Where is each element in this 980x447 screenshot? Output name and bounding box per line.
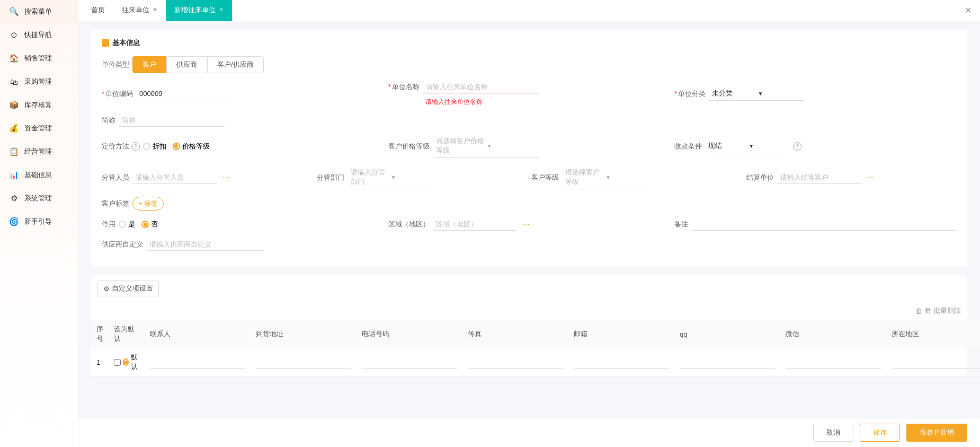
unit-type-label: 单位类型 xyxy=(102,60,129,69)
tag-add-button[interactable]: + 标签 xyxy=(132,197,164,211)
unit-type-btn-group: 客户 供应商 客户/供应商 xyxy=(132,56,264,73)
table-header-row: 序号 设为默认 联系人 到货地址 电话号码 传真 邮箱 qq 微信 所在地区 操… xyxy=(91,320,980,348)
guide-icon: 🌀 xyxy=(8,216,19,227)
level-radio-circle xyxy=(173,143,180,150)
disabled-no-radio[interactable]: 否 xyxy=(141,220,158,229)
default-radio[interactable]: 默认 xyxy=(123,353,139,372)
cell-region[interactable] xyxy=(886,348,980,376)
basic-info-section: 基本信息 单位类型 客户 供应商 客户/供应商 *单位编码 xyxy=(91,30,967,267)
disabled-label: 停用 xyxy=(102,220,115,229)
cell-wechat[interactable] xyxy=(780,348,886,376)
col-address: 到货地址 xyxy=(251,320,357,348)
unit-type-customer-btn[interactable]: 客户 xyxy=(132,56,166,73)
settlement-more-btn[interactable]: ··· xyxy=(865,173,876,182)
sidebar-item-basic-info[interactable]: 📊 基础信息 xyxy=(0,163,78,187)
unit-name-input[interactable] xyxy=(423,81,539,93)
disabled-yes-radio[interactable]: 是 xyxy=(119,220,135,229)
custom-setting-button[interactable]: ⚙ 自定义项设置 xyxy=(97,281,159,296)
footer-bar: 取消 保存 保存并新增 xyxy=(78,418,980,447)
tab-home[interactable]: 首页 xyxy=(83,0,113,21)
department-select[interactable]: 请输入分管部门 ▼ xyxy=(348,165,432,189)
unit-code-label: *单位编码 xyxy=(102,89,133,99)
disabled-group: 停用 是 否 xyxy=(102,220,384,229)
unit-type-both-btn[interactable]: 客户/供应商 xyxy=(207,56,264,73)
region-more-btn[interactable]: ··· xyxy=(521,220,532,229)
unit-name-error: 请输入往来单位名称 xyxy=(425,98,483,107)
sidebar-item-inventory[interactable]: 📦 库存核算 xyxy=(0,93,78,117)
tags-row: 客户标签 + 标签 xyxy=(102,197,957,211)
tab-new-partner-close[interactable]: ✕ xyxy=(219,6,224,13)
payment-terms-select[interactable]: 现结 ▼ xyxy=(705,139,790,153)
save-new-button[interactable]: 保存并新增 xyxy=(906,424,967,442)
contact-table: 序号 设为默认 联系人 到货地址 电话号码 传真 邮箱 qq 微信 所在地区 操… xyxy=(91,320,980,376)
batch-delete-label: 🗑 批量删除 xyxy=(924,306,961,315)
wechat-input[interactable] xyxy=(786,356,881,369)
pricing-help-icon[interactable]: ? xyxy=(131,142,140,151)
department-placeholder: 请输入分管部门 xyxy=(351,168,389,187)
row-checkbox[interactable] xyxy=(114,359,121,366)
discount-radio-circle xyxy=(143,143,150,150)
sidebar-item-quick-nav[interactable]: ⊙ 快捷导航 xyxy=(0,23,78,47)
short-name-input[interactable] xyxy=(119,114,225,127)
customer-price-select[interactable]: 请选择客户价格等级 ▼ xyxy=(433,134,539,158)
pricing-radio-discount[interactable]: 折扣 xyxy=(143,142,166,151)
address-input[interactable] xyxy=(256,356,351,369)
sidebar-item-operations[interactable]: 📋 经营管理 xyxy=(0,140,78,163)
sidebar-item-finance[interactable]: 💰 资金管理 xyxy=(0,117,78,140)
department-label: 分管部门 xyxy=(317,173,344,182)
cell-contact[interactable] xyxy=(145,348,251,376)
pricing-method-label: 定价方法 ? xyxy=(102,142,140,151)
manager-input[interactable] xyxy=(132,171,217,184)
cell-phone[interactable] xyxy=(357,348,462,376)
sidebar-label-purchase: 采购管理 xyxy=(24,77,52,86)
save-button[interactable]: 保存 xyxy=(860,424,900,442)
table-region-input[interactable] xyxy=(892,356,980,369)
cell-address[interactable] xyxy=(251,348,357,376)
remarks-input[interactable] xyxy=(691,218,957,231)
payment-terms-arrow: ▼ xyxy=(749,143,787,149)
cancel-button[interactable]: 取消 xyxy=(813,424,853,442)
sidebar-item-purchase[interactable]: 🛍 采购管理 xyxy=(0,70,78,93)
tab-partner-list[interactable]: 往来单位 ✕ xyxy=(113,0,166,21)
supplier-custom-input[interactable] xyxy=(146,238,263,251)
close-all-button[interactable]: ✕ xyxy=(960,5,976,15)
contact-input[interactable] xyxy=(150,356,245,369)
manager-more-btn[interactable]: ··· xyxy=(220,173,231,182)
fax-input[interactable] xyxy=(468,356,563,369)
unit-code-input[interactable] xyxy=(136,87,231,100)
unit-type-supplier-btn[interactable]: 供应商 xyxy=(166,56,207,73)
batch-delete-button[interactable]: 🗑 🗑 批量删除 xyxy=(915,306,961,315)
pricing-method-group: 定价方法 ? 折扣 价格等级 xyxy=(102,142,384,151)
unit-category-select[interactable]: 未分类 ▼ xyxy=(709,86,804,101)
tab-new-partner[interactable]: 新增往来单位 ✕ xyxy=(166,0,232,21)
unit-category-label: *单位分类 xyxy=(674,89,706,99)
settlement-group: 结算单位 ··· xyxy=(746,171,957,184)
cell-fax[interactable] xyxy=(462,348,568,376)
unit-code-group: *单位编码 xyxy=(102,87,384,100)
unit-category-value: 未分类 xyxy=(712,89,755,98)
sidebar-item-search[interactable]: 🔍 搜索菜单 xyxy=(0,0,78,23)
sidebar-item-system[interactable]: ⚙ 系统管理 xyxy=(0,187,78,210)
cell-qq[interactable] xyxy=(674,348,780,376)
payment-help-icon[interactable]: ? xyxy=(793,142,801,151)
tab-partner-list-close[interactable]: ✕ xyxy=(153,6,157,13)
email-input[interactable] xyxy=(574,356,669,369)
col-region: 所在地区 xyxy=(886,320,980,348)
col-wechat: 微信 xyxy=(780,320,886,348)
customer-level-select[interactable]: 请选择客户等级 ▼ xyxy=(562,165,647,189)
sidebar-item-sales[interactable]: 🏠 销售管理 xyxy=(0,47,78,70)
sidebar-label-search: 搜索菜单 xyxy=(24,7,52,16)
col-default: 设为默认 xyxy=(109,320,145,348)
region-input[interactable] xyxy=(433,218,518,231)
finance-icon: 💰 xyxy=(8,123,19,134)
pricing-radio-level[interactable]: 价格等级 xyxy=(173,142,210,151)
settlement-input[interactable] xyxy=(777,171,862,184)
phone-input[interactable] xyxy=(362,356,457,369)
sidebar-item-guide[interactable]: 🌀 新手引导 xyxy=(0,210,78,233)
sidebar-label-quick-nav: 快捷导航 xyxy=(24,30,52,40)
customer-level-placeholder: 请选择客户等级 xyxy=(565,168,603,187)
section-title-icon xyxy=(102,39,109,47)
cell-email[interactable] xyxy=(568,348,674,376)
customer-price-group: 客户价格等级 请选择客户价格等级 ▼ xyxy=(388,134,671,158)
qq-input[interactable] xyxy=(680,356,775,369)
